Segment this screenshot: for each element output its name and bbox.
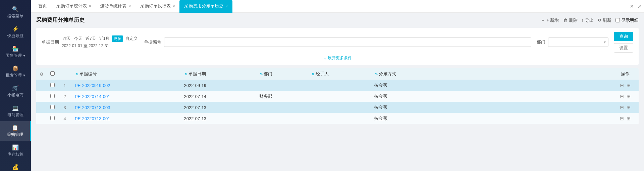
settings-button[interactable]: 设置: [614, 43, 633, 53]
row-more-icon-0[interactable]: ⊞: [627, 83, 631, 88]
delete-button[interactable]: 🗑 删除: [563, 17, 578, 23]
tab-close-purchase-exec[interactable]: ×: [173, 4, 175, 8]
row-doc-no-link-0[interactable]: PE-20220919-002: [75, 83, 110, 88]
sidebar-label-ecommerce: 电商管理: [7, 112, 23, 118]
tab-label-purchase-exec: 采购订单执行表: [140, 3, 171, 9]
col-split-method[interactable]: ⇅ 分摊方式: [371, 68, 612, 80]
row-actions-2: ⊟ ⊞: [612, 102, 639, 113]
row-checkbox-1[interactable]: [50, 94, 55, 98]
show-columns-checkbox-label[interactable]: 显示明细: [615, 17, 639, 23]
expand-more-button[interactable]: ⌄ 展开更多条件: [42, 55, 633, 61]
refresh-button[interactable]: ↻ 刷新: [598, 17, 611, 23]
sidebar-item-ecommerce[interactable]: 💻电商管理: [0, 101, 31, 121]
column-settings-icon[interactable]: ⚙: [40, 72, 44, 77]
sidebar-item-retail[interactable]: 🏪零售管理 ▾: [0, 42, 31, 62]
row-more-icon-1[interactable]: ⊞: [627, 94, 631, 99]
row-checkbox-3[interactable]: [50, 116, 55, 120]
doc-no-input[interactable]: [164, 37, 531, 47]
search-actions: 查询 设置: [614, 32, 633, 53]
tab-close-purchase-stat[interactable]: ×: [89, 4, 91, 8]
row-handler-1: [308, 91, 371, 102]
table-row: 4 PE-20220713-001 2022-07-13 按金额 ⊟ ⊞: [36, 113, 639, 124]
search-button[interactable]: 查询: [614, 32, 633, 41]
sidebar-label-inventory: 库存核算: [7, 152, 23, 157]
shortcut-today[interactable]: 今天: [73, 35, 83, 42]
sidebar-item-ecommerce-small[interactable]: 🛒小畅电商: [0, 82, 31, 101]
col-handler[interactable]: ⇅ 经手人: [308, 68, 371, 80]
tab-purchase-exec[interactable]: 采购订单执行表×: [136, 0, 179, 13]
row-checkbox-2[interactable]: [50, 105, 55, 109]
row-edit-icon-0[interactable]: ⊟: [620, 83, 624, 88]
row-checkbox-cell-2: [47, 102, 58, 113]
doc-no-field: 单据编号: [144, 37, 531, 47]
tab-actions: ✕ ⤢: [630, 4, 641, 9]
sidebar-item-search[interactable]: 🔍搜索菜单: [0, 3, 31, 22]
row-checkbox-cell-0: [47, 80, 58, 91]
tab-inbound-stat[interactable]: 进货单统计表×: [96, 0, 135, 13]
sidebar-item-purchase[interactable]: 📋采购管理: [0, 121, 31, 141]
expand-window-icon[interactable]: ⤢: [637, 4, 641, 9]
sidebar-icon-finance: 💰: [12, 164, 19, 170]
sidebar: 🔍搜索菜单⚡快捷导航🏪零售管理 ▾📦批发管理 ▾🛒小畅电商💻电商管理📋采购管理📊…: [0, 0, 31, 171]
sidebar-item-wholesale[interactable]: 📦批发管理 ▾: [0, 62, 31, 82]
dept-select-wrapper: [548, 37, 608, 47]
col-doc-date[interactable]: ⇅ 单据日期: [180, 68, 256, 80]
row-doc-no-link-3[interactable]: PE-20220713-001: [75, 116, 110, 121]
shortcut-yesterday[interactable]: 昨天: [62, 35, 72, 42]
row-actions-0: ⊟ ⊞: [612, 80, 639, 91]
sidebar-icon-wholesale: 📦: [12, 65, 19, 72]
row-checkbox-0[interactable]: [50, 83, 55, 87]
row-settings-2: [36, 102, 47, 113]
tab-close-inbound-stat[interactable]: ×: [128, 4, 130, 8]
show-columns-checkbox[interactable]: [615, 18, 620, 22]
col-doc-no[interactable]: ⇅ 单据编号: [71, 68, 180, 80]
row-doc-no-2: PE-20220713-003: [71, 102, 180, 113]
sidebar-label-ecommerce-small: 小畅电商: [7, 92, 23, 98]
row-handler-0: [308, 80, 371, 91]
row-doc-no-link-1[interactable]: PE-20220714-001: [75, 94, 110, 99]
row-edit-icon-3[interactable]: ⊟: [620, 116, 624, 121]
row-more-icon-3[interactable]: ⊞: [627, 116, 631, 121]
row-edit-icon-2[interactable]: ⊟: [620, 105, 624, 110]
content: 采购费用分摊单历史 ＋ + 新增 🗑 删除 ↑ 导出 ↻ 刷新: [31, 13, 644, 171]
shortcut-1month[interactable]: 近1月: [98, 35, 111, 42]
sort-icon: ⇅: [375, 72, 378, 76]
search-area: 单据日期 昨天 今天 近7天 近1月 更多 自定义 2022-01-01 至 2…: [36, 28, 639, 65]
row-split-method-0: 按金额: [371, 80, 612, 91]
col-dept[interactable]: ⇅ 部门: [256, 68, 308, 80]
shortcut-7days[interactable]: 近7天: [85, 35, 97, 42]
row-more-icon-2[interactable]: ⊞: [627, 105, 631, 110]
tab-purchase-stat[interactable]: 采购订单统计表×: [52, 0, 96, 13]
row-doc-date-3: 2022-07-13: [180, 113, 256, 124]
sidebar-item-quick[interactable]: ⚡快捷导航: [0, 22, 31, 42]
date-field: 单据日期 昨天 今天 近7天 近1月 更多 自定义 2022-01-01 至 2…: [42, 35, 139, 49]
sidebar-item-inventory[interactable]: 📊库存核算: [0, 141, 31, 161]
row-num-2: 3: [58, 102, 71, 113]
tab-home[interactable]: 首页: [34, 0, 52, 13]
col-num: [58, 68, 71, 80]
sidebar-item-finance[interactable]: 💰资金管理: [0, 161, 31, 171]
tab-close-purchase-fee[interactable]: ×: [225, 4, 227, 8]
export-button[interactable]: ↑ 导出: [582, 17, 594, 23]
row-actions-1: ⊟ ⊞: [612, 91, 639, 102]
table-row: 1 PE-20220919-002 2022-09-19 按金额 ⊟ ⊞: [36, 80, 639, 91]
select-all-checkbox[interactable]: [50, 71, 55, 76]
shortcut-more[interactable]: 更多: [112, 35, 123, 42]
close-window-icon[interactable]: ✕: [630, 4, 634, 9]
table-header: ⚙ ⇅ 单据编号 ⇅ 单据日期 ⇅ 部门 ⇅ 经手人 ⇅ 分摊方式 操作: [36, 68, 639, 80]
row-split-method-1: 按金额: [371, 91, 612, 102]
tab-label-inbound-stat: 进货单统计表: [100, 3, 126, 9]
row-doc-no-3: PE-20220713-001: [71, 113, 180, 124]
tab-label-home: 首页: [38, 3, 47, 9]
tab-purchase-fee[interactable]: 采购费用分摊单历史×: [179, 0, 232, 13]
row-num-1: 2: [58, 91, 71, 102]
add-icon: ＋: [541, 17, 545, 23]
shortcut-custom[interactable]: 自定义: [124, 35, 139, 42]
dept-select[interactable]: [548, 37, 608, 47]
tab-label-purchase-stat: 采购订单统计表: [56, 3, 87, 9]
table-body: 1 PE-20220919-002 2022-09-19 按金额 ⊟ ⊞ 2 P…: [36, 80, 639, 124]
col-settings[interactable]: ⚙: [36, 68, 47, 80]
add-button[interactable]: ＋ + 新增: [541, 17, 559, 23]
row-doc-no-link-2[interactable]: PE-20220713-003: [75, 105, 110, 110]
row-edit-icon-1[interactable]: ⊟: [620, 94, 624, 99]
